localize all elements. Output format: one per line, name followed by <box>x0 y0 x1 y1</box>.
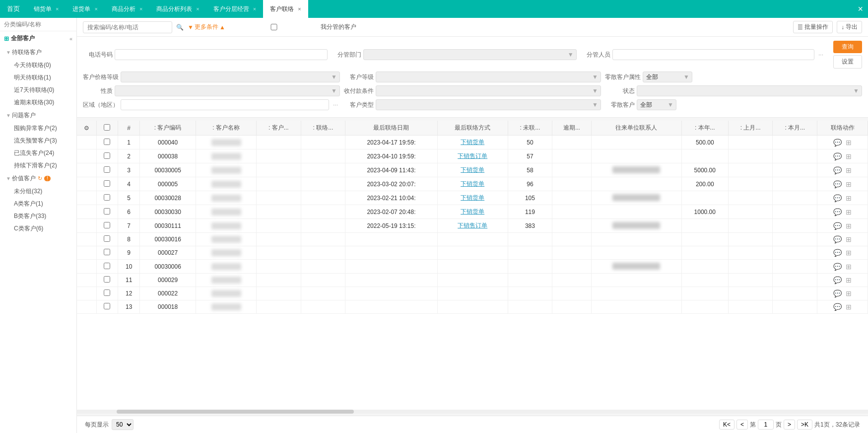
grid-action-icon[interactable]: ⊞ <box>846 235 852 243</box>
last-contact-way-link[interactable]: 下销货单 <box>461 180 484 187</box>
grid-action-icon[interactable]: ⊞ <box>846 152 852 160</box>
retail-attr-select[interactable]: 全部 <box>643 72 692 82</box>
sidebar-group-value[interactable]: ▼ 价值客户 ↻ ! <box>0 172 76 185</box>
message-icon[interactable]: 💬 <box>833 303 842 311</box>
last-contact-way-link[interactable]: 下销货单 <box>461 194 484 201</box>
row-checkbox[interactable] <box>104 235 110 242</box>
phone-input[interactable] <box>115 49 328 60</box>
tab-purchase-order[interactable]: 进货单 × <box>66 0 104 18</box>
message-icon[interactable]: 💬 <box>833 276 842 284</box>
sidebar-item-declining[interactable]: 持续下滑客户(2) <box>0 159 76 172</box>
last-contact-way-link[interactable]: 下销货单 <box>461 166 484 173</box>
th-name[interactable]: : 客户名称 <box>196 121 257 136</box>
message-icon[interactable]: 💬 <box>833 166 842 174</box>
close-icon[interactable]: × <box>56 6 59 12</box>
all-customers-header[interactable]: ⊞ 全部客户 « <box>0 31 76 46</box>
filter-search-icon[interactable]: 🔍 <box>176 24 184 31</box>
payment-select[interactable] <box>376 85 601 96</box>
message-icon[interactable]: 💬 <box>833 222 842 230</box>
sidebar-item-7days-pending[interactable]: 近7天待联络(0) <box>0 84 76 96</box>
cust-grade-select[interactable] <box>376 72 601 82</box>
batch-ops-button[interactable]: ☰ 批量操作 <box>793 21 833 33</box>
status-select[interactable] <box>637 85 862 96</box>
close-icon[interactable]: × <box>139 6 142 12</box>
message-icon[interactable]: 💬 <box>833 152 842 160</box>
td-check[interactable] <box>96 274 118 287</box>
tab-product-analysis-list[interactable]: 商品分析列表 × <box>149 0 206 18</box>
row-checkbox[interactable] <box>104 249 110 255</box>
sidebar-item-class-a[interactable]: A类客户(1) <box>0 198 76 210</box>
person-dotdot[interactable]: ··· <box>816 51 825 58</box>
horizontal-scrollbar[interactable] <box>77 410 868 414</box>
row-checkbox[interactable] <box>104 166 110 173</box>
row-checkbox[interactable] <box>104 208 110 215</box>
region-input[interactable] <box>121 99 329 110</box>
tab-customer-contact[interactable]: 客户联络 × <box>263 0 308 18</box>
grid-action-icon[interactable]: ⊞ <box>846 276 852 284</box>
sidebar-item-class-b[interactable]: B类客户(33) <box>0 210 76 222</box>
sidebar-item-churn-warning[interactable]: 流失预警客户(3) <box>0 135 76 147</box>
message-icon[interactable]: 💬 <box>833 180 842 188</box>
grid-action-icon[interactable]: ⊞ <box>846 303 852 311</box>
my-customers-filter[interactable]: 我分管的客户 <box>229 23 356 31</box>
message-icon[interactable]: 💬 <box>833 139 842 146</box>
sidebar-item-overdue-no-contact[interactable]: 逾期未联络(30) <box>0 96 76 109</box>
first-page-button[interactable]: K< <box>719 420 734 430</box>
row-checkbox[interactable] <box>104 152 110 159</box>
grid-action-icon[interactable]: ⊞ <box>846 222 852 230</box>
price-grade-select[interactable] <box>121 72 340 82</box>
sidebar-group-problem[interactable]: ▼ 问题客户 <box>0 109 76 122</box>
grid-action-icon[interactable]: ⊞ <box>846 289 852 297</box>
th-last-contact-date[interactable]: 最后联络日期 <box>345 121 437 136</box>
th-contact[interactable]: : 联络... <box>301 121 345 136</box>
query-button[interactable]: 查询 <box>833 41 862 53</box>
td-check[interactable] <box>96 300 118 314</box>
nature-select[interactable] <box>115 85 340 96</box>
last-contact-way-link[interactable]: 下销货单 <box>461 208 484 215</box>
grid-action-icon[interactable]: ⊞ <box>846 166 852 174</box>
next-page-button[interactable]: > <box>784 420 795 430</box>
grid-action-icon[interactable]: ⊞ <box>846 180 852 188</box>
th-this-month[interactable]: : 本月... <box>773 121 817 136</box>
th-last-month[interactable]: : 上月... <box>728 121 773 136</box>
sidebar-search-input[interactable] <box>4 21 77 28</box>
th-overdue[interactable]: 逾期... <box>552 121 591 136</box>
cust-type-select[interactable] <box>376 99 601 110</box>
row-checkbox[interactable] <box>104 222 110 228</box>
row-checkbox[interactable] <box>104 303 110 309</box>
td-check[interactable] <box>96 149 118 163</box>
td-check[interactable] <box>96 205 118 219</box>
message-icon[interactable]: 💬 <box>833 235 842 243</box>
row-checkbox[interactable] <box>104 194 110 201</box>
td-check[interactable] <box>96 136 118 149</box>
select-all-checkbox[interactable] <box>104 124 110 131</box>
last-contact-way-link[interactable]: 下销货单 <box>461 139 484 145</box>
close-icon[interactable]: × <box>253 6 256 12</box>
th-last-contact-way[interactable]: 最后联络方式 <box>437 121 508 136</box>
th-this-year[interactable]: : 本年... <box>681 121 728 136</box>
row-checkbox[interactable] <box>104 180 110 187</box>
reset-button[interactable]: 设置 <box>833 55 862 69</box>
export-button[interactable]: ↓ 导出 <box>837 21 862 33</box>
last-page-button[interactable]: >K <box>797 420 812 430</box>
tab-customer-tier[interactable]: 客户分层经营 × <box>206 0 263 18</box>
td-check[interactable] <box>96 246 118 260</box>
more-filters-btn[interactable]: ▼ 更多条件 ▲ <box>188 23 225 31</box>
retail-customer-select[interactable]: 全部 <box>637 99 676 110</box>
sidebar-group-pending[interactable]: ▼ 待联络客户 <box>0 46 76 59</box>
grid-action-icon[interactable]: ⊞ <box>846 139 852 146</box>
row-checkbox[interactable] <box>104 276 110 283</box>
sidebar-item-tomorrow-pending[interactable]: 明天待联络(1) <box>0 72 76 84</box>
td-check[interactable] <box>96 233 118 246</box>
grid-action-icon[interactable]: ⊞ <box>846 263 852 271</box>
sidebar-item-today-pending[interactable]: 今天待联络(0) <box>0 59 76 72</box>
td-check[interactable] <box>96 260 118 274</box>
sidebar-item-ungroup[interactable]: 未分组(32) <box>0 185 76 198</box>
region-dotdot[interactable]: ··· <box>331 101 340 108</box>
td-check[interactable] <box>96 191 118 205</box>
th-settings[interactable]: ⚙ <box>77 121 96 136</box>
message-icon[interactable]: 💬 <box>833 289 842 297</box>
td-check[interactable] <box>96 287 118 300</box>
page-number-input[interactable] <box>758 420 774 430</box>
close-icon[interactable]: × <box>196 6 199 12</box>
